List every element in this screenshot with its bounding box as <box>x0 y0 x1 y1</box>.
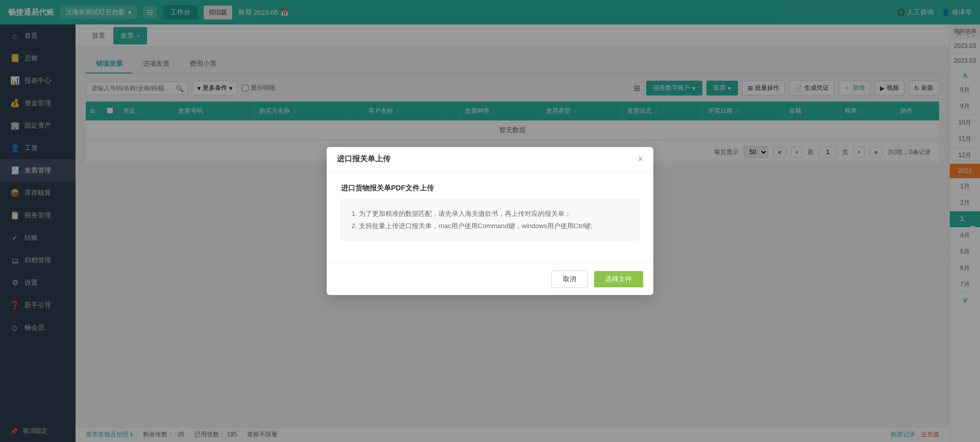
modal-body: 进口货物报关单PDF文件上传 1. 为了更加精准的数据匹配，请先录入海关缴款书，… <box>327 171 653 263</box>
modal-title: 进口报关单上传 <box>337 154 390 164</box>
modal-cancel-button[interactable]: 取消 <box>551 271 588 288</box>
modal-info-line-1: 1. 为了更加精准的数据匹配，请先录入海关缴款书，再上传对应的报关单； <box>352 208 628 219</box>
modal-info-box: 1. 为了更加精准的数据匹配，请先录入海关缴款书，再上传对应的报关单； 2. 支… <box>341 199 639 240</box>
modal-overlay[interactable]: 进口报关单上传 × 进口货物报关单PDF文件上传 1. 为了更加精准的数据匹配，… <box>0 0 980 442</box>
modal-header: 进口报关单上传 × <box>327 147 653 171</box>
modal-footer: 取消 选择文件 <box>327 263 653 295</box>
modal-close-button[interactable]: × <box>638 155 643 164</box>
modal-info-line-2: 2. 支持批量上传进口报关单，mac用户使用Command键，windows用户… <box>352 220 628 232</box>
modal-select-file-button[interactable]: 选择文件 <box>594 271 643 287</box>
modal-section-title: 进口货物报关单PDF文件上传 <box>341 184 639 193</box>
modal-box: 进口报关单上传 × 进口货物报关单PDF文件上传 1. 为了更加精准的数据匹配，… <box>327 147 653 295</box>
